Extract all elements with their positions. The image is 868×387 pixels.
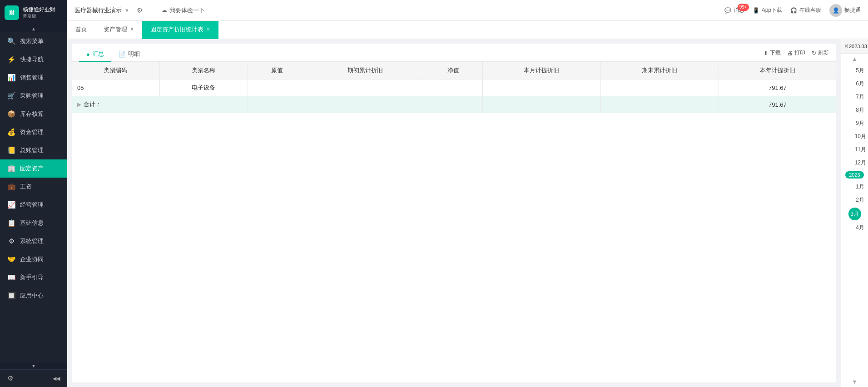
basic-info-icon: 📋 — [7, 219, 15, 227]
month-item-7[interactable]: 7月 — [841, 90, 868, 104]
download-btn[interactable]: ⬇ 下载 — [764, 49, 781, 57]
date-panel-down-btn[interactable]: ▼ — [841, 377, 868, 387]
sales-icon: 📊 — [7, 74, 15, 82]
month-item-5[interactable]: 5月 — [841, 64, 868, 77]
sidebar-item-guide[interactable]: 📖 新手引导 — [0, 268, 67, 287]
salary-icon: 💼 — [7, 183, 15, 191]
table-row[interactable]: 05 电子设备 791.67 — [72, 79, 836, 96]
sidebar-item-label: 快捷导航 — [20, 55, 44, 64]
sidebar-item-search[interactable]: 🔍 搜索菜单 — [0, 32, 67, 50]
topbar-right: 💬 消息 99+ 📱 App下载 🎧 在线客服 👤 畅捷通 — [724, 4, 861, 17]
month-item-2[interactable]: 2月 — [841, 194, 868, 207]
user-menu[interactable]: 👤 畅捷通 — [829, 4, 861, 17]
summary-tab-icon: ● — [86, 51, 90, 58]
month-item-12[interactable]: 12月 — [841, 156, 868, 169]
sidebar-item-basic-info[interactable]: 📋 基础信息 — [0, 214, 67, 232]
sidebar-item-sales[interactable]: 📊 销售管理 — [0, 69, 67, 87]
sidebar-nav: 🔍 搜索菜单 ⚡ 快捷导航 📊 销售管理 🛒 采购管理 📦 库存核算 💰 资金管… — [0, 32, 67, 362]
sub-tabs: ● 汇总 📄 明细 — [79, 47, 147, 61]
sub-tab-actions: ⬇ 下载 🖨 打印 ↻ 刷新 — [764, 49, 829, 60]
sidebar-item-label: 工资 — [20, 183, 32, 191]
refresh-icon: ↻ — [812, 50, 816, 56]
tab-depreciation-report-close[interactable]: ✕ — [206, 26, 210, 32]
sidebar-item-label: 总账管理 — [20, 146, 44, 154]
month-item-10[interactable]: 10月 — [841, 130, 868, 143]
sidebar-bottom: ⚙ ◀◀ — [0, 369, 67, 387]
month-item-11[interactable]: 11月 — [841, 143, 868, 156]
date-panel-close-btn[interactable]: ✕ — [844, 43, 849, 50]
topbar-settings-icon[interactable]: ⚙ — [137, 6, 143, 15]
sidebar-scroll-down[interactable]: ▼ — [0, 362, 67, 369]
detail-tab-icon: 📄 — [119, 51, 126, 58]
sub-tab-summary[interactable]: ● 汇总 — [79, 47, 111, 62]
sidebar-item-label: 系统管理 — [20, 237, 44, 245]
sidebar-item-finance[interactable]: 💰 资金管理 — [0, 123, 67, 141]
app-download-btn[interactable]: 📱 App下载 — [753, 6, 782, 14]
sidebar-item-inventory[interactable]: 📦 库存核算 — [0, 105, 67, 123]
sidebar-item-system[interactable]: ⚙ 系统管理 — [0, 232, 67, 250]
summary-expand-icon[interactable]: ▶ — [77, 101, 81, 108]
cell-annual-dep: 791.67 — [719, 79, 836, 96]
fixed-assets-icon: 🏢 — [7, 164, 15, 173]
notifications-badge: 99+ — [738, 4, 749, 11]
finance-icon: 💰 — [7, 128, 15, 136]
sidebar-item-purchase[interactable]: 🛒 采购管理 — [0, 87, 67, 105]
main-area: 医疗器械行业演示 ▼ ⚙ ☁ 我要体验一下 💬 消息 99+ 📱 App下载 🎧… — [67, 0, 868, 387]
sidebar-item-operations[interactable]: 📈 经营管理 — [0, 196, 67, 214]
month-item-9[interactable]: 9月 — [841, 117, 868, 130]
col-header-name: 类别名称 — [159, 62, 248, 79]
tab-asset-mgmt[interactable]: 资产管理 ✕ — [95, 21, 142, 39]
experience-btn[interactable]: ☁ 我要体验一下 — [161, 6, 205, 15]
operations-icon: 📈 — [7, 201, 15, 209]
col-header-net-value: 净值 — [424, 62, 483, 79]
company-selector[interactable]: 医疗器械行业演示 ▼ — [74, 6, 129, 15]
tab-asset-mgmt-close[interactable]: ✕ — [130, 26, 134, 32]
sidebar-item-label: 企业协同 — [20, 255, 44, 263]
sidebar-item-ledger[interactable]: 📒 总账管理 — [0, 141, 67, 159]
app-logo-icon: 财 — [5, 5, 19, 20]
summary-original — [248, 96, 306, 113]
col-header-closing-dep: 期末累计折旧 — [600, 62, 719, 79]
online-support-btn[interactable]: 🎧 在线客服 — [790, 6, 821, 14]
tab-depreciation-report[interactable]: 固定资产折旧统计表 ✕ — [142, 21, 218, 39]
sidebar-item-fixed-assets[interactable]: 🏢 固定资产 — [0, 159, 67, 178]
company-dropdown-arrow: ▼ — [124, 8, 129, 13]
month-item-4[interactable]: 4月 — [841, 221, 868, 234]
notifications-btn[interactable]: 💬 消息 99+ — [724, 6, 744, 14]
username-label: 畅捷通 — [844, 6, 861, 14]
sub-tab-detail[interactable]: 📄 明细 — [111, 47, 147, 62]
sidebar-item-salary[interactable]: 💼 工资 — [0, 178, 67, 196]
sidebar-scroll-up[interactable]: ▲ — [0, 25, 67, 32]
sidebar-item-app-center[interactable]: 🔲 应用中心 — [0, 287, 67, 305]
date-panel-up-btn[interactable]: ▲ — [841, 54, 868, 64]
sidebar-item-quick-nav[interactable]: ⚡ 快捷导航 — [0, 50, 67, 69]
sidebar-item-label: 基础信息 — [20, 219, 44, 227]
month-item-3-active[interactable]: 3月 — [841, 208, 868, 220]
col-header-original: 原值 — [248, 62, 306, 79]
sidebar-item-label: 资金管理 — [20, 128, 44, 136]
month-item-1[interactable]: 1月 — [841, 180, 868, 194]
sidebar-item-label: 经营管理 — [20, 201, 44, 209]
company-name: 医疗器械行业演示 — [74, 6, 122, 15]
tab-depreciation-report-label: 固定资产折旧统计表 — [150, 25, 203, 34]
notifications-icon: 💬 — [724, 7, 731, 14]
system-icon: ⚙ — [7, 237, 15, 245]
cell-name: 电子设备 — [159, 79, 248, 96]
print-btn[interactable]: 🖨 打印 — [787, 49, 805, 57]
sidebar-item-cooperation[interactable]: 🤝 企业协同 — [0, 250, 67, 268]
app-logo-text: 畅捷通好业财 普及版 — [23, 6, 55, 20]
table-container: 类别编码 类别名称 原值 期初累计折旧 净值 本月计提折旧 期末累计折旧 本年计… — [72, 62, 836, 382]
settings-bottom-icon[interactable]: ⚙ — [7, 374, 13, 382]
month-item-6[interactable]: 6月 — [841, 77, 868, 90]
tab-home[interactable]: 首页 — [67, 21, 95, 39]
download-icon: ⬇ — [764, 50, 768, 56]
sidebar-item-label: 新手引导 — [20, 273, 44, 282]
cell-monthly-dep — [483, 79, 601, 96]
collapse-sidebar-btn[interactable]: ◀◀ — [53, 376, 60, 382]
summary-row: ▶ 合计： 791.67 — [72, 96, 836, 113]
tab-asset-mgmt-label: 资产管理 — [104, 25, 127, 34]
month-item-8[interactable]: 8月 — [841, 104, 868, 117]
refresh-btn[interactable]: ↻ 刷新 — [812, 49, 829, 57]
summary-label-text: 合计： — [84, 100, 101, 109]
sub-tab-detail-label: 明细 — [128, 50, 140, 58]
